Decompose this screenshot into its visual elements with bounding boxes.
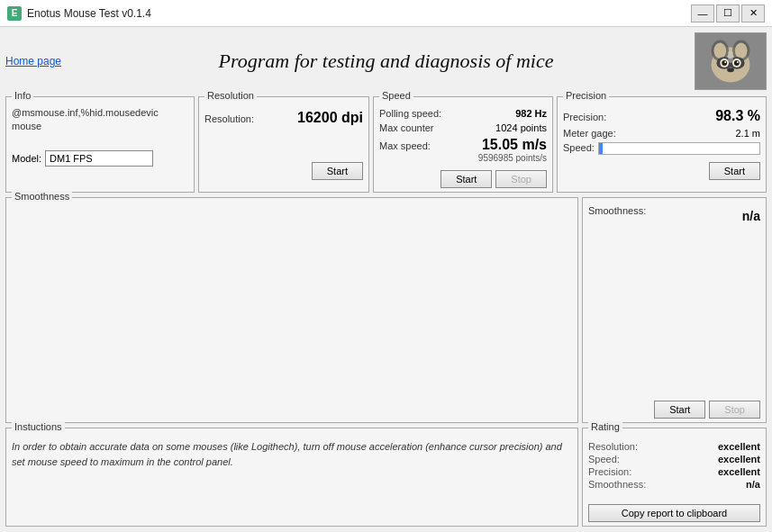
smoothness-stop-button[interactable]: Stop <box>709 401 760 419</box>
top-header: Home page Program for testing and diagno… <box>5 32 767 90</box>
resolution-start-button[interactable]: Start <box>312 162 363 180</box>
rating-smoothness-row: Smoothness: n/a <box>588 479 760 490</box>
svg-rect-15 <box>728 50 733 63</box>
precision-speed-label: Speed: <box>563 142 595 155</box>
svg-point-5 <box>735 43 748 59</box>
precision-panel: Precision Precision: 98.3 % Meter gage: … <box>557 96 767 193</box>
meter-gage-label: Meter gage: <box>563 128 616 139</box>
resolution-label: Resolution: <box>204 113 254 124</box>
maximize-button[interactable]: ☐ <box>716 5 740 23</box>
precision-value: 98.3 % <box>715 108 760 124</box>
instructions-text: In order to obtain accurate data on some… <box>12 439 572 469</box>
max-counter-value: 1024 points <box>495 122 547 133</box>
svg-point-12 <box>724 61 726 63</box>
rating-smoothness-label: Smoothness: <box>588 479 646 490</box>
main-title: Program for testing and diagnosis of mic… <box>77 50 695 73</box>
model-input[interactable] <box>45 150 153 167</box>
app-icon: E <box>7 6 22 21</box>
smoothness-content: Smoothness: n/a <box>588 205 760 223</box>
raccoon-image <box>695 32 767 90</box>
model-row: Model: <box>12 150 188 167</box>
svg-point-10 <box>722 60 727 66</box>
precision-speed-row: Speed: <box>563 142 760 155</box>
max-speed-label: Max speed: <box>379 140 431 151</box>
smoothness-right-panel: Smoothness: n/a Start Stop <box>582 197 767 423</box>
speed-stop-button[interactable]: Stop <box>495 170 547 188</box>
smoothness-btn-row: Start Stop <box>588 401 760 419</box>
rating-resolution-label: Resolution: <box>588 441 638 452</box>
speed-btn-row: Start Stop <box>379 170 547 188</box>
polling-row: Polling speed: 982 Hz <box>379 108 547 119</box>
rating-speed-label: Speed: <box>588 454 620 464</box>
precision-panel-label: Precision <box>563 90 609 101</box>
app-body: Home page Program for testing and diagno… <box>0 27 772 532</box>
svg-point-4 <box>713 43 726 59</box>
info-panel-label: Info <box>12 90 33 101</box>
instructions-panel: Instuctions In order to obtain accurate … <box>5 428 578 527</box>
max-speed-row: Max speed: 15.05 m/s <box>379 137 547 153</box>
svg-point-13 <box>737 61 739 63</box>
resolution-panel-label: Resolution <box>204 90 257 101</box>
rating-panel: Rating Resolution: excellent Speed: exce… <box>582 428 767 527</box>
rating-precision-label: Precision: <box>588 466 631 477</box>
bottom-row: Instuctions In order to obtain accurate … <box>5 428 767 527</box>
title-bar-controls: — ☐ ✕ <box>691 5 765 23</box>
speed-start-button[interactable]: Start <box>440 170 492 188</box>
info-text: @msmouse.inf,%hid.mousedevic mouse <box>12 106 188 134</box>
resolution-value: 16200 dpi <box>297 110 363 126</box>
svg-point-14 <box>727 68 734 72</box>
meter-gage-value: 2.1 m <box>735 128 760 139</box>
max-counter-row: Max counter 1024 points <box>379 122 547 133</box>
middle-row: Smoothness Smoothness: n/a Start Stop <box>5 197 767 423</box>
speed-panel: Speed Polling speed: 982 Hz Max counter … <box>373 96 553 193</box>
smoothness-value: n/a <box>742 209 760 223</box>
rating-precision-row: Precision: excellent <box>588 466 760 477</box>
max-counter-label: Max counter <box>379 122 434 133</box>
info-panel: Info @msmouse.inf,%hid.mousedevic mouse … <box>5 96 195 193</box>
minimize-button[interactable]: — <box>691 5 714 23</box>
svg-point-11 <box>734 60 740 66</box>
resolution-btn-row: Start <box>204 162 363 180</box>
rating-precision-value: excellent <box>718 466 760 477</box>
polling-value: 982 Hz <box>515 108 547 119</box>
home-link[interactable]: Home page <box>5 55 77 68</box>
speed-panel-label: Speed <box>379 90 413 101</box>
precision-start-button[interactable]: Start <box>709 162 760 180</box>
rating-resolution-value: excellent <box>718 441 760 452</box>
rating-smoothness-value: n/a <box>746 479 760 490</box>
model-label: Model: <box>12 153 41 164</box>
top-panels-row: Info @msmouse.inf,%hid.mousedevic mouse … <box>5 96 767 193</box>
rating-speed-row: Speed: excellent <box>588 454 760 464</box>
precision-btn-row: Start <box>563 162 760 180</box>
instructions-panel-label: Instuctions <box>12 421 65 432</box>
title-bar-text: Enotus Mouse Test v0.1.4 <box>27 7 691 20</box>
speed-bar-fill <box>599 143 603 154</box>
smoothness-left-panel: Smoothness <box>5 197 578 423</box>
smoothness-label: Smoothness: <box>588 205 646 223</box>
polling-label: Polling speed: <box>379 108 441 119</box>
resolution-panel: Resolution Resolution: 16200 dpi Start <box>198 96 369 193</box>
close-button[interactable]: ✕ <box>741 5 765 23</box>
precision-label: Precision: <box>563 112 606 122</box>
resolution-row: Resolution: 16200 dpi <box>204 110 363 126</box>
rating-panel-label: Rating <box>588 421 622 432</box>
smoothness-start-button[interactable]: Start <box>654 401 705 419</box>
precision-row: Precision: 98.3 % <box>563 108 760 124</box>
copy-report-button[interactable]: Copy report to clipboard <box>588 504 760 522</box>
rating-speed-value: excellent <box>718 454 760 464</box>
meter-gage-row: Meter gage: 2.1 m <box>563 128 760 139</box>
rating-resolution-row: Resolution: excellent <box>588 441 760 452</box>
speed-bar <box>598 142 760 155</box>
smoothness-left-label: Smoothness <box>12 191 72 202</box>
max-speed-value: 15.05 m/s <box>482 137 547 153</box>
title-bar: E Enotus Mouse Test v0.1.4 — ☐ ✕ <box>0 0 772 27</box>
sub-speed-value: 9596985 points/s <box>379 153 547 163</box>
